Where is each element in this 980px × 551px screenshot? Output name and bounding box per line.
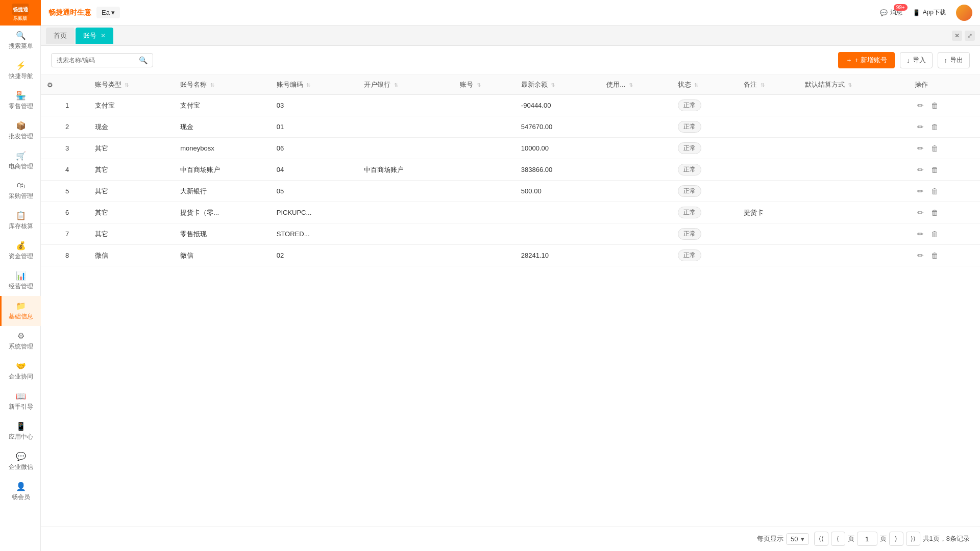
cell-usage	[600, 245, 671, 266]
cell-account	[454, 159, 514, 181]
cell-num: 5	[59, 181, 89, 202]
cell-usage	[600, 116, 671, 138]
edit-button[interactable]: ✏	[915, 143, 926, 154]
user-avatar[interactable]	[956, 5, 972, 21]
topbar-dropdown[interactable]: Ea ▾	[96, 7, 120, 18]
message-button[interactable]: 💬 消息 99+	[880, 8, 902, 17]
add-account-button[interactable]: ＋ + 新增账号	[838, 52, 895, 68]
sidebar-item-operations[interactable]: 📊 经营管理	[0, 266, 41, 296]
col-default-pay[interactable]: 默认结算方式 ⇅	[799, 75, 909, 95]
page-size-value: 50	[791, 535, 798, 543]
cell-remark	[738, 116, 798, 138]
search-icon[interactable]: 🔍	[139, 56, 148, 64]
sidebar-item-appcenter[interactable]: 📱 应用中心	[0, 416, 41, 446]
cell-type: 其它	[89, 159, 174, 181]
col-type[interactable]: 账号类型 ⇅	[89, 75, 174, 95]
brand-subtitle: 乐账版	[13, 15, 27, 22]
sidebar-item-system[interactable]: ⚙ 系统管理	[0, 326, 41, 356]
col-remark[interactable]: 备注 ⇅	[738, 75, 798, 95]
import-button[interactable]: ↓ 导入	[900, 52, 933, 68]
cell-balance: 383866.00	[515, 159, 600, 181]
col-usage[interactable]: 使用... ⇅	[600, 75, 671, 95]
cell-action: ✏ 🗑	[909, 245, 980, 266]
sidebar-item-enterprise[interactable]: 🤝 企业协同	[0, 356, 41, 386]
toolbar-right: ＋ + 新增账号 ↓ 导入 ↑ 导出	[838, 52, 970, 68]
sidebar-item-shortcut[interactable]: ⚡ 快捷导航	[0, 56, 41, 86]
sidebar-item-member[interactable]: 👤 畅会员	[0, 477, 41, 507]
col-balance[interactable]: 最新余额 ⇅	[515, 75, 600, 95]
edit-button[interactable]: ✏	[915, 229, 926, 240]
sidebar-item-finance[interactable]: 💰 资金管理	[0, 236, 41, 266]
col-account[interactable]: 账号 ⇅	[454, 75, 514, 95]
cell-settings	[41, 181, 59, 202]
col-name[interactable]: 账号名称 ⇅	[174, 75, 271, 95]
cell-balance: 547670.00	[515, 116, 600, 138]
cell-balance: 28241.10	[515, 245, 600, 266]
tab-account[interactable]: 账号 ✕	[76, 28, 113, 44]
delete-button[interactable]: 🗑	[928, 186, 941, 196]
mobile-icon: 📱	[913, 9, 920, 16]
sidebar-item-inventory[interactable]: 📋 库存核算	[0, 206, 41, 236]
app-download-button[interactable]: 📱 App下载	[913, 8, 946, 17]
delete-button[interactable]: 🗑	[928, 164, 941, 175]
cell-action: ✏ 🗑	[909, 159, 980, 181]
edit-button[interactable]: ✏	[915, 186, 926, 197]
delete-button[interactable]: 🗑	[928, 229, 941, 239]
window-close-button[interactable]: ✕	[952, 31, 962, 41]
operations-icon: 📊	[16, 271, 26, 281]
edit-button[interactable]: ✏	[915, 250, 926, 261]
tab-close-icon[interactable]: ✕	[101, 33, 106, 39]
delete-button[interactable]: 🗑	[928, 121, 941, 132]
cell-type: 支付宝	[89, 95, 174, 116]
sidebar-item-ecommerce[interactable]: 🛒 电商管理	[0, 146, 41, 176]
sidebar-item-basic[interactable]: 📁 基础信息	[0, 296, 41, 326]
sidebar-label-member: 畅会员	[12, 493, 30, 502]
col-settings[interactable]: ⚙	[41, 75, 59, 95]
edit-button[interactable]: ✏	[915, 207, 926, 218]
sidebar-item-wechat[interactable]: 💬 企业微信	[0, 446, 41, 477]
table-row: 8 微信 微信 02 28241.10 正常 ✏ 🗑	[41, 245, 980, 266]
table-row: 1 支付宝 支付宝 03 -90444.00 正常 ✏ 🗑	[41, 95, 980, 116]
cell-num: 7	[59, 223, 89, 245]
delete-button[interactable]: 🗑	[928, 207, 941, 218]
col-status[interactable]: 状态 ⇅	[672, 75, 738, 95]
edit-button[interactable]: ✏	[915, 121, 926, 133]
brand-name: 畅捷通时生意	[48, 8, 91, 17]
edit-button[interactable]: ✏	[915, 164, 926, 176]
cell-num: 8	[59, 245, 89, 266]
sidebar-item-purchase[interactable]: 🛍 采购管理	[0, 176, 41, 206]
page-prev-button[interactable]: ⟨	[831, 532, 845, 546]
table-row: 4 其它 中百商场账户 04 中百商场账户 383866.00 正常 ✏ 🗑	[41, 159, 980, 181]
cell-bank	[358, 116, 454, 138]
window-maximize-button[interactable]: ⤢	[965, 31, 975, 41]
export-button[interactable]: ↑ 导出	[938, 52, 970, 68]
col-code[interactable]: 账号编码 ⇅	[271, 75, 358, 95]
page-number-input[interactable]	[857, 532, 877, 546]
sidebar-item-guide[interactable]: 📖 新手引导	[0, 386, 41, 416]
sidebar-item-search[interactable]: 🔍 搜索菜单	[0, 26, 41, 56]
enterprise-icon: 🤝	[16, 361, 26, 371]
sidebar-item-wholesale[interactable]: 📦 批发管理	[0, 116, 41, 146]
page-next-button[interactable]: ⟩	[889, 532, 903, 546]
col-bank[interactable]: 开户银行 ⇅	[358, 75, 454, 95]
cell-num: 1	[59, 95, 89, 116]
delete-button[interactable]: 🗑	[928, 100, 941, 111]
cell-remark	[738, 159, 798, 181]
import-icon: ↓	[906, 57, 910, 64]
search-input[interactable]	[57, 57, 135, 64]
sidebar-item-retail[interactable]: 🏪 零售管理	[0, 86, 41, 116]
cell-bank	[358, 245, 454, 266]
sidebar-label-ecommerce: 电商管理	[9, 162, 33, 171]
delete-button[interactable]: 🗑	[928, 143, 941, 154]
tab-home[interactable]: 首页	[46, 28, 75, 44]
cell-type: 其它	[89, 223, 174, 245]
page-size-dropdown[interactable]: 50 ▾	[786, 533, 808, 545]
sidebar-label-basic: 基础信息	[9, 312, 33, 321]
delete-button[interactable]: 🗑	[928, 250, 941, 261]
add-icon: ＋	[846, 56, 852, 65]
cell-code: 02	[271, 245, 358, 266]
edit-button[interactable]: ✏	[915, 100, 926, 111]
sidebar-label-appcenter: 应用中心	[9, 433, 33, 441]
page-first-button[interactable]: ⟨⟨	[814, 532, 828, 546]
page-last-button[interactable]: ⟩⟩	[906, 532, 920, 546]
